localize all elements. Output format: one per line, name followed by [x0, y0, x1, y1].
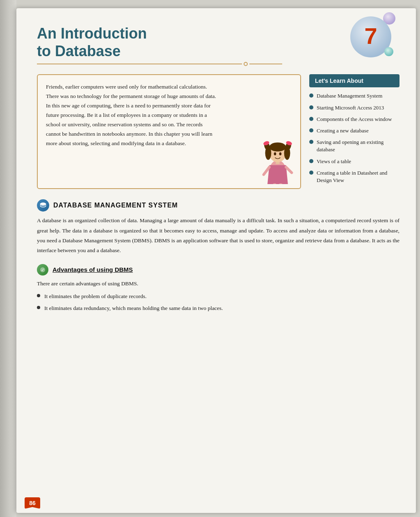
dbms-section-heading: DATABASE MANAGEMENT SYSTEM	[37, 199, 399, 212]
learn-item-label: Views of a table	[317, 158, 351, 165]
chapter-badge: 7	[346, 12, 395, 61]
advantages-body: There are certain advantages of using DB…	[37, 279, 399, 313]
learn-items-list: Database Management System Starting Micr…	[309, 92, 399, 184]
bullet-icon	[309, 128, 313, 132]
svg-point-14	[274, 153, 276, 155]
page-content: 7 An Introduction to Database Friends, e…	[16, 8, 416, 513]
list-item: It eliminates data redundancy, which mea…	[37, 304, 399, 313]
learn-item-label: Creating a new database	[317, 127, 369, 134]
learn-item-label: Components of the Access window	[317, 116, 392, 123]
dbms-section-icon	[37, 199, 49, 212]
decorative-circle-teal	[384, 47, 393, 56]
title-line	[37, 64, 242, 64]
svg-point-20	[40, 203, 46, 205]
advantages-intro-text: There are certain advantages of using DB…	[37, 279, 399, 289]
intro-text: Friends, earlier computers were used onl…	[46, 82, 218, 148]
main-layout: Friends, earlier computers were used onl…	[37, 74, 399, 189]
list-item: Creating a table in Datasheet and Design…	[309, 169, 399, 184]
learn-item-label: Creating a table in Datasheet and Design…	[317, 169, 399, 184]
title-underline	[37, 62, 399, 66]
list-item: Components of the Access window	[309, 116, 399, 123]
list-item: Starting Microsoft Access 2013	[309, 104, 399, 112]
advantages-heading: ✓ Advantages of using DBMS	[37, 264, 399, 276]
bullet-icon	[309, 93, 313, 98]
learn-item-label: Saving and opening an existing database	[317, 139, 399, 153]
svg-line-4	[286, 167, 292, 173]
bullet-icon	[309, 140, 313, 144]
bullet-icon	[309, 159, 313, 163]
chapter-title: An Introduction to Database	[37, 25, 399, 66]
dbms-heading-text: DATABASE MANAGEMENT SYSTEM	[53, 202, 178, 209]
girl-svg	[259, 135, 296, 184]
bullet-icon	[309, 117, 313, 121]
svg-point-7	[269, 143, 286, 152]
adv-bullet-icon	[37, 306, 40, 309]
dbms-section-body: A database is an organized collection of…	[37, 216, 399, 255]
advantages-icon: ✓	[37, 264, 48, 276]
title-line2	[249, 64, 282, 64]
list-item: Database Management System	[309, 92, 399, 100]
svg-point-15	[279, 153, 282, 155]
adv-item-text: It eliminates data redundancy, which mea…	[44, 304, 223, 313]
bullet-icon	[309, 105, 313, 109]
svg-line-3	[264, 167, 269, 175]
bullet-icon	[309, 171, 313, 175]
girl-illustration	[259, 135, 296, 184]
learn-item-label: Starting Microsoft Access 2013	[317, 104, 384, 112]
adv-bullet-icon	[37, 294, 40, 297]
database-icon	[39, 202, 47, 209]
svg-marker-1	[267, 165, 288, 184]
intro-box: Friends, earlier computers were used onl…	[37, 74, 301, 189]
list-item: Saving and opening an existing database	[309, 139, 399, 153]
adv-item-text: It eliminates the problem of duplicate r…	[44, 292, 146, 301]
page-number-text: 86	[29, 500, 36, 506]
advantages-list: It eliminates the problem of duplicate r…	[37, 292, 399, 313]
svg-text:✓: ✓	[41, 268, 44, 272]
page-spine	[0, 0, 16, 517]
lets-learn-heading: Let's Learn About	[309, 74, 399, 87]
dbms-body-text: A database is an organized collection of…	[37, 216, 399, 255]
sidebar: Let's Learn About Database Management Sy…	[309, 74, 399, 189]
learn-item-label: Database Management System	[317, 92, 382, 100]
chapter-title-text: An Introduction to Database	[37, 25, 399, 60]
chapter-number: 7	[364, 25, 377, 48]
list-item: Views of a table	[309, 158, 399, 165]
list-item: Creating a new database	[309, 127, 399, 134]
advantages-svg-icon: ✓	[39, 266, 46, 273]
advantages-heading-text: Advantages of using DBMS	[52, 266, 133, 273]
list-item: It eliminates the problem of duplicate r…	[37, 292, 399, 301]
title-dot	[244, 62, 248, 66]
